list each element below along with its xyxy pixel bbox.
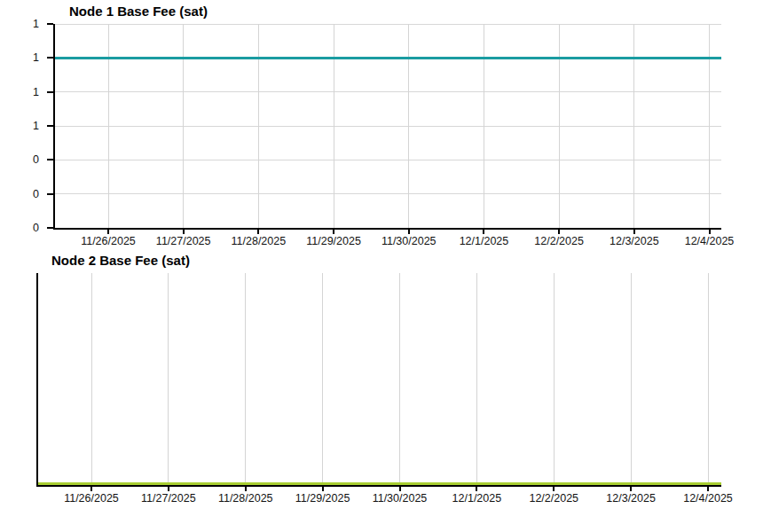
x-tick-label: 12/4/2025 bbox=[670, 235, 750, 248]
gridline-vertical bbox=[168, 273, 169, 485]
x-tick-label: 11/27/2025 bbox=[144, 235, 224, 248]
x-axis bbox=[38, 485, 721, 487]
x-tick-label: 11/29/2025 bbox=[294, 235, 374, 248]
x-tick-label: 12/3/2025 bbox=[591, 492, 671, 505]
y-axis-tick bbox=[47, 159, 53, 160]
y-axis-tick bbox=[47, 57, 53, 59]
y-tick-label: 0 bbox=[33, 188, 39, 200]
gridline-vertical bbox=[258, 24, 259, 228]
gridline-vertical bbox=[559, 24, 560, 228]
x-axis-tick bbox=[245, 487, 247, 491]
x-axis-tick bbox=[333, 230, 334, 234]
x-axis-tick bbox=[168, 487, 169, 491]
y-axis bbox=[36, 273, 38, 487]
gridline-vertical bbox=[708, 273, 709, 485]
x-tick-label: 11/28/2025 bbox=[206, 492, 286, 505]
x-axis-tick bbox=[709, 230, 711, 234]
gridline-vertical bbox=[399, 273, 400, 485]
gridline-vertical bbox=[334, 24, 334, 228]
y-axis-tick bbox=[47, 193, 53, 195]
x-axis-tick bbox=[553, 487, 555, 491]
x-axis-tick bbox=[633, 230, 635, 234]
x-axis-tick bbox=[90, 487, 92, 491]
x-tick-label: 12/1/2025 bbox=[444, 235, 523, 248]
gridline-vertical bbox=[245, 273, 246, 485]
x-axis-tick bbox=[630, 487, 632, 491]
x-tick-label: 11/26/2025 bbox=[51, 492, 131, 505]
gridline-vertical bbox=[322, 273, 323, 485]
x-tick-label: 12/3/2025 bbox=[594, 235, 674, 248]
gridline-horizontal bbox=[55, 24, 721, 25]
fee-charts-panel: Node 1 Base Fee (sat) 000111111/26/20251… bbox=[0, 0, 763, 532]
x-axis bbox=[55, 228, 721, 230]
x-tick-label: 12/1/2025 bbox=[437, 492, 516, 505]
gridline-horizontal bbox=[55, 126, 721, 127]
x-axis-tick bbox=[322, 487, 324, 491]
gridline-vertical bbox=[108, 24, 109, 228]
gridline-vertical bbox=[709, 24, 710, 228]
y-axis-tick bbox=[47, 23, 53, 25]
x-axis-tick bbox=[399, 487, 401, 491]
x-tick-label: 11/26/2025 bbox=[68, 235, 148, 248]
gridline-horizontal bbox=[55, 91, 721, 92]
y-tick-label: 0 bbox=[33, 223, 39, 234]
y-tick-label: 1 bbox=[33, 19, 39, 30]
series-line-node1 bbox=[55, 57, 721, 59]
gridline-horizontal bbox=[55, 160, 721, 160]
x-tick-label: 11/30/2025 bbox=[360, 492, 440, 505]
x-tick-label: 11/28/2025 bbox=[218, 235, 298, 248]
y-axis-tick bbox=[47, 227, 53, 229]
gridline-vertical bbox=[408, 24, 409, 228]
gridline-vertical bbox=[476, 273, 477, 485]
gridline-vertical bbox=[484, 24, 484, 228]
y-axis-tick bbox=[47, 125, 53, 127]
y-axis-tick bbox=[47, 91, 53, 93]
node2-chart-title: Node 2 Base Fee (sat) bbox=[51, 253, 190, 270]
x-axis-tick bbox=[707, 487, 709, 491]
y-axis bbox=[53, 24, 55, 230]
y-tick-label: 1 bbox=[33, 121, 39, 132]
x-axis-tick bbox=[183, 230, 185, 234]
gridline-vertical bbox=[633, 24, 634, 228]
x-tick-label: 11/29/2025 bbox=[283, 492, 363, 505]
gridline-vertical bbox=[554, 273, 555, 485]
gridline-horizontal bbox=[55, 193, 721, 194]
x-tick-label: 12/2/2025 bbox=[519, 235, 599, 248]
x-axis-tick bbox=[257, 230, 259, 234]
gridline-vertical bbox=[183, 24, 184, 228]
y-tick-label: 0 bbox=[33, 154, 39, 166]
x-tick-label: 11/30/2025 bbox=[369, 235, 449, 248]
x-tick-label: 12/4/2025 bbox=[668, 492, 748, 505]
node2-plot-area: 11/26/202511/27/202511/28/202511/29/2025… bbox=[38, 273, 721, 485]
node1-chart-title: Node 1 Base Fee (sat) bbox=[69, 4, 208, 20]
y-tick-label: 1 bbox=[33, 86, 39, 98]
x-axis-tick bbox=[558, 230, 560, 234]
x-axis-tick bbox=[107, 230, 109, 234]
x-axis-tick bbox=[483, 230, 484, 234]
gridline-vertical bbox=[91, 273, 92, 485]
x-tick-label: 11/27/2025 bbox=[129, 492, 208, 505]
node1-plot-area: 000111111/26/202511/27/202511/28/202511/… bbox=[55, 24, 721, 228]
gridline-vertical bbox=[631, 273, 632, 485]
x-axis-tick bbox=[408, 230, 410, 234]
x-axis-tick bbox=[476, 487, 477, 491]
x-tick-label: 12/2/2025 bbox=[514, 492, 594, 505]
y-tick-label: 1 bbox=[33, 52, 39, 64]
